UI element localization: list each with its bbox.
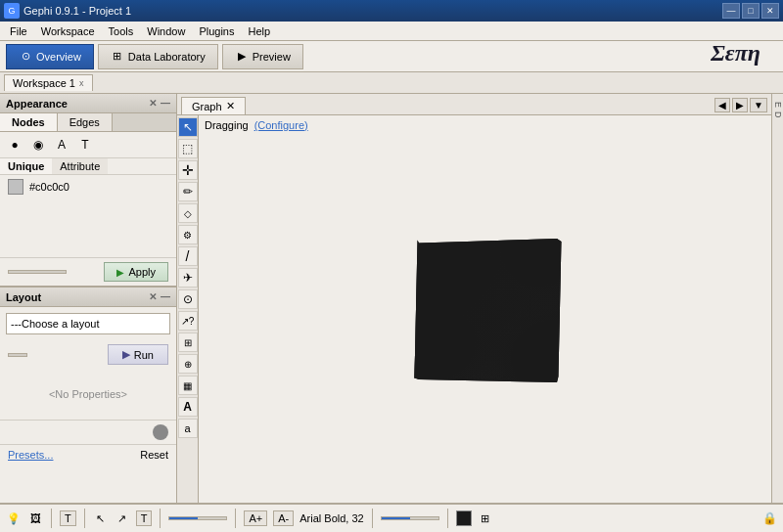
nav-menu[interactable]: ▼ (750, 98, 767, 112)
appearance-empty (0, 199, 176, 257)
lock-icon[interactable]: 🔒 (762, 511, 777, 525)
layout-panel: Layout ✕ — ---Choose a layout ▶ Run <No … (0, 288, 176, 503)
titlebar: G Gephi 0.9.1 - Project 1 — □ ✕ (0, 0, 783, 22)
titlebar-controls[interactable]: — □ ✕ (722, 3, 779, 19)
apply-button[interactable]: ▶ Apply (104, 262, 168, 282)
color-swatch[interactable] (8, 179, 23, 195)
graph-tab[interactable]: Graph ✕ (181, 97, 246, 114)
color-icon[interactable]: ● (6, 136, 23, 154)
layout-slider[interactable] (8, 353, 27, 357)
tab-preview[interactable]: ▶ Preview (222, 44, 303, 69)
menu-tools[interactable]: Tools (103, 23, 140, 39)
tool-move[interactable]: ✛ (178, 160, 198, 180)
tool-brush[interactable]: ⚙ (178, 225, 198, 244)
run-label: Run (134, 349, 154, 361)
tool-eraser[interactable]: ✈ (178, 268, 198, 288)
tool-rect[interactable]: ⬚ (178, 139, 198, 158)
status-slider[interactable] (168, 516, 227, 520)
maximize-button[interactable]: □ (742, 3, 760, 19)
appearance-icon-row: ● ◉ A T (0, 132, 176, 158)
graph-toolbar: ↖ ⬚ ✛ ✏ ◇ ⚙ / ✈ ⊙ ↗? ⊞ ⊕ ▦ A a (177, 115, 199, 503)
layout-panel-header: Layout ✕ — (0, 288, 176, 307)
right-panel-label-d: D (773, 111, 783, 118)
color-label: #c0c0c0 (29, 181, 69, 193)
statusbar: 💡 🖼 T ↖ ↗ T A+ A- Arial Bold, 32 ⊞ 🔒 (0, 503, 783, 532)
tool-gear[interactable]: ⊙ (178, 289, 198, 309)
main-content: Appearance ✕ — Nodes Edges ● ◉ A T Uniqu… (0, 94, 783, 503)
presets-row: Presets... Reset (0, 444, 176, 465)
reset-link[interactable]: Reset (140, 449, 168, 461)
menu-file[interactable]: File (4, 23, 33, 39)
gephi-logo: Σεπη (711, 39, 777, 73)
tab-attribute[interactable]: Attribute (52, 158, 108, 174)
graph-tab-nav: ◀ ▶ ▼ (714, 98, 767, 114)
tool-circle-plus[interactable]: ⊕ (178, 354, 198, 374)
tab-preview-label: Preview (253, 51, 291, 63)
layout-close[interactable]: ✕ (149, 291, 157, 302)
status-right: 🔒 (762, 511, 777, 525)
run-button[interactable]: ▶ Run (108, 344, 168, 365)
data-lab-icon: ⊞ (111, 50, 124, 64)
status-light-icon[interactable]: 💡 (6, 510, 22, 526)
graph-tab-close[interactable]: ✕ (226, 100, 235, 112)
layout-select[interactable]: ---Choose a layout (6, 313, 170, 334)
menubar: File Workspace Tools Window Plugins Help (0, 22, 783, 41)
tool-grid[interactable]: ⊞ (178, 332, 198, 352)
graph-area: Graph ✕ ◀ ▶ ▼ ↖ ⬚ ✛ ✏ ◇ ⚙ / ✈ ⊙ ↗? ⊞ (177, 94, 771, 503)
workspace-tab[interactable]: Workspace 1 x (4, 74, 93, 91)
menu-workspace[interactable]: Workspace (35, 23, 101, 39)
tool-line[interactable]: / (178, 246, 198, 266)
tool-diamond[interactable]: ◇ (178, 203, 198, 223)
svg-text:Σεπη: Σεπη (711, 40, 760, 66)
menu-plugins[interactable]: Plugins (193, 23, 240, 39)
font-size-down[interactable]: A- (273, 510, 294, 526)
size-icon[interactable]: ◉ (29, 136, 47, 154)
overview-icon: ⊙ (19, 50, 32, 64)
appearance-close[interactable]: ✕ (149, 98, 157, 109)
label-color-icon[interactable]: A (53, 136, 70, 154)
tab-nodes[interactable]: Nodes (0, 113, 58, 131)
nav-next[interactable]: ▶ (732, 98, 748, 112)
tool-pointer[interactable]: ↖ (178, 117, 198, 137)
color-item[interactable]: #c0c0c0 (0, 175, 176, 199)
graph-nodes (205, 115, 771, 503)
status-image-icon[interactable]: 🖼 (27, 510, 43, 526)
appearance-slider[interactable] (8, 270, 67, 274)
tool-text-a2[interactable]: a (178, 419, 198, 438)
workspace-close[interactable]: x (79, 78, 84, 88)
status-divider-1 (51, 509, 52, 528)
presets-link[interactable]: Presets... (8, 449, 53, 461)
tab-overview[interactable]: ⊙ Overview (6, 44, 94, 69)
tool-pencil[interactable]: ✏ (178, 182, 198, 201)
label-size-icon[interactable]: T (76, 136, 94, 154)
layout-minimize[interactable]: — (161, 291, 170, 302)
attr-tabs: Unique Attribute (0, 158, 176, 175)
status-color-block[interactable] (456, 510, 472, 526)
status-pointer-icon[interactable]: ↖ (93, 510, 109, 526)
appearance-panel-controls: ✕ — (149, 98, 170, 109)
status-grid-icon[interactable]: ⊞ (478, 510, 493, 526)
font-size-slider[interactable] (381, 516, 439, 520)
app-title: Gephi 0.9.1 - Project 1 (23, 5, 131, 17)
status-divider-3 (160, 509, 161, 528)
node-cluster (415, 236, 562, 382)
tool-filter[interactable]: ▦ (178, 376, 198, 395)
left-panel: Appearance ✕ — Nodes Edges ● ◉ A T Uniqu… (0, 94, 177, 503)
appearance-minimize[interactable]: — (161, 98, 170, 109)
minimize-button[interactable]: — (722, 3, 740, 19)
status-t-btn[interactable]: T (136, 510, 153, 526)
nav-prev[interactable]: ◀ (714, 98, 730, 112)
tool-text-a[interactable]: A (178, 397, 198, 417)
tool-pointer2[interactable]: ↗? (178, 311, 198, 331)
no-properties: <No Properties> (0, 369, 176, 420)
font-info: Arial Bold, 32 (299, 512, 363, 524)
tab-data-laboratory[interactable]: ⊞ Data Laboratory (98, 44, 218, 69)
menu-window[interactable]: Window (141, 23, 191, 39)
tab-edges[interactable]: Edges (58, 113, 113, 131)
close-button[interactable]: ✕ (761, 3, 779, 19)
menu-help[interactable]: Help (242, 23, 276, 39)
tab-unique[interactable]: Unique (0, 158, 52, 174)
status-pointer2-icon[interactable]: ↗ (115, 510, 130, 526)
status-text-btn[interactable]: T (60, 510, 76, 526)
font-size-up[interactable]: A+ (244, 510, 267, 526)
